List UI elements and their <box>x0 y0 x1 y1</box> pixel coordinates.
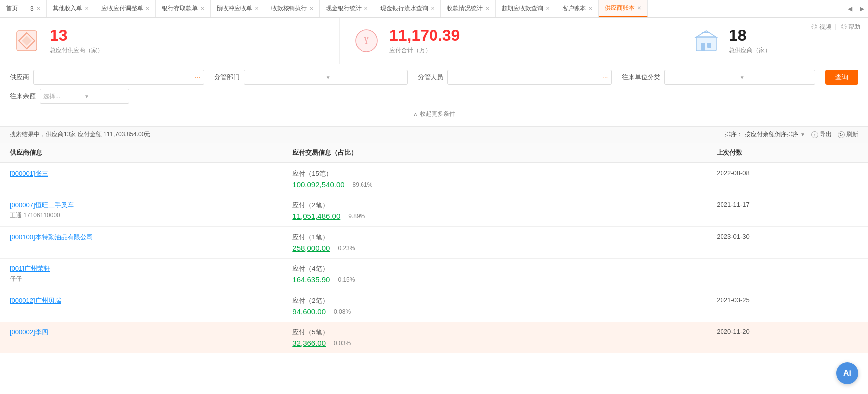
nav-right-arrow[interactable]: ▶ <box>856 0 868 18</box>
close-icon[interactable]: ✕ <box>485 6 489 11</box>
supplier-link-1[interactable]: [000001]张三 <box>10 169 292 178</box>
supplier-cell-1: [000001]张三 <box>10 169 292 178</box>
nav-tab-label: 3 <box>30 5 34 12</box>
sort-select[interactable]: 排序： 按应付余额倒序排序 ▼ <box>725 131 805 139</box>
supplier-link-3[interactable]: [000100]本特勤油品有限公司 <box>10 233 292 242</box>
transaction-amount-6[interactable]: 32,366.00 <box>292 339 326 347</box>
transaction-pct-2: 9.89% <box>348 213 365 220</box>
transaction-amount-3[interactable]: 258,000.00 <box>292 244 330 252</box>
nav-tab-receipt-stats[interactable]: 收款情况统计 ✕ <box>441 0 496 17</box>
person-dots-icon[interactable]: ··· <box>602 73 608 81</box>
transaction-pct-3: 0.23% <box>338 245 355 252</box>
category-label: 往来单位分类 <box>622 73 660 82</box>
filter-supplier: 供应商 ··· <box>10 70 204 85</box>
chevron-down-icon: ▼ <box>740 75 812 80</box>
nav-tab-3[interactable]: 3 ✕ <box>24 0 47 17</box>
close-icon[interactable]: ✕ <box>546 6 550 11</box>
supplier-link-6[interactable]: [000002]李四 <box>10 328 292 337</box>
stat-content-payable-total: 11,170.39 应付合计（万） <box>389 27 460 55</box>
nav-tab-bank-deposit[interactable]: 银行存取款单 ✕ <box>156 0 211 17</box>
refresh-button[interactable]: ↻ 刷新 <box>838 131 858 139</box>
supplier-input-wrap[interactable]: ··· <box>33 70 204 85</box>
person-input[interactable] <box>451 74 602 81</box>
nav-tab-receipts[interactable]: 收款核销执行 ✕ <box>265 0 320 17</box>
nav-tab-cashbank-flow[interactable]: 现金银行流水查询 ✕ <box>374 0 441 17</box>
refresh-label: 刷新 <box>846 131 858 139</box>
nav-tab-customer-account[interactable]: 客户账本 ✕ <box>556 0 599 17</box>
nav-tab-overdue[interactable]: 超期应收款查询 ✕ <box>496 0 556 17</box>
transaction-label-1: 应付（15笔） <box>292 169 717 178</box>
table-row: [000012]广州贝瑞 应付（2笔） 94,600.00 0.08% 2021… <box>0 290 868 322</box>
chevron-up-icon: ∧ <box>413 111 418 118</box>
filter-area: 供应商 ··· 分管部门 ▼ 分管人员 ··· 往来单位分类 <box>0 64 868 127</box>
nav-tab-prepay[interactable]: 预收冲应收单 ✕ <box>211 0 265 17</box>
last-pay-date-2: 2021-11-17 <box>717 201 750 208</box>
last-pay-date-6: 2020-11-20 <box>717 328 750 335</box>
lastpay-cell-3: 2023-01-30 <box>717 233 858 240</box>
transaction-amount-row-6: 32,366.00 0.03% <box>292 339 717 347</box>
nav-tab-label: 应收应付调整单 <box>101 4 143 13</box>
nav-tab-adjustment[interactable]: 应收应付调整单 ✕ <box>95 0 156 17</box>
nav-tab-cashbank-stats[interactable]: 现金银行统计 ✕ <box>320 0 374 17</box>
close-icon[interactable]: ✕ <box>588 6 592 11</box>
table-row: [001]广州荣轩 仔仔 应付（4笔） 164,635.90 0.15% <box>0 259 868 290</box>
supplier-input[interactable] <box>37 74 195 81</box>
supplier-label: 供应商 <box>10 73 29 82</box>
nav-left-arrow[interactable]: ◀ <box>844 0 856 18</box>
transaction-amount-2[interactable]: 11,051,486.00 <box>292 212 340 220</box>
nav-tab-label: 现金银行流水查询 <box>380 4 428 13</box>
lastpay-cell-2: 2021-11-17 <box>717 201 858 208</box>
nav-tab-supplier-account[interactable]: 供应商账本 ✕ <box>599 0 648 17</box>
payable-suppliers-label: 总应付供应商（家） <box>50 46 103 55</box>
nav-tab-label: 首页 <box>6 4 18 13</box>
close-icon[interactable]: ✕ <box>431 6 434 11</box>
close-icon[interactable]: ✕ <box>364 6 368 11</box>
nav-tab-other-income[interactable]: 其他收入单 ✕ <box>47 0 95 17</box>
search-button[interactable]: 查询 <box>825 70 858 85</box>
filter-person: 分管人员 ··· <box>418 70 612 85</box>
nav-tab-label: 收款情况统计 <box>447 4 483 13</box>
close-icon[interactable]: ✕ <box>637 5 641 11</box>
supplier-dots-icon[interactable]: ··· <box>195 73 201 81</box>
close-icon[interactable]: ✕ <box>255 6 259 11</box>
close-icon[interactable]: ✕ <box>200 6 204 11</box>
category-select[interactable]: ▼ <box>664 70 816 85</box>
close-icon[interactable]: ✕ <box>309 6 313 11</box>
payable-total-number: 11,170.39 <box>389 27 460 44</box>
dept-select[interactable]: ▼ <box>244 70 408 85</box>
transaction-amount-5[interactable]: 94,600.00 <box>292 307 326 316</box>
ai-assistant-button[interactable]: Ai <box>836 362 858 384</box>
ai-label: Ai <box>843 369 851 378</box>
transaction-label-4: 应付（4笔） <box>292 264 717 273</box>
supplier-sub-4: 仔仔 <box>10 275 292 283</box>
help-link[interactable]: ◎ 帮助 <box>841 23 860 31</box>
header-supplier: 供应商信息 <box>10 148 292 157</box>
nav-tab-label: 客户账本 <box>562 4 586 13</box>
export-button[interactable]: ↑ 导出 <box>811 131 832 139</box>
transaction-amount-row-5: 94,600.00 0.08% <box>292 307 717 316</box>
transaction-cell-5: 应付（2笔） 94,600.00 0.08% <box>292 296 717 316</box>
result-bar-right: 排序： 按应付余额倒序排序 ▼ ↑ 导出 ↻ 刷新 <box>725 131 858 139</box>
person-input-wrap[interactable]: ··· <box>447 70 612 85</box>
top-nav: 首页 3 ✕ 其他收入单 ✕ 应收应付调整单 ✕ 银行存取款单 ✕ 预收冲应收单… <box>0 0 868 18</box>
payable-total-label: 应付合计（万） <box>389 46 460 55</box>
supplier-link-2[interactable]: [000007]恒旺二手叉车 <box>10 201 292 210</box>
diamond-icon <box>12 26 42 56</box>
nav-tab-label: 其他收入单 <box>53 4 82 13</box>
nav-tab-label: 收款核销执行 <box>271 4 307 13</box>
close-icon[interactable]: ✕ <box>36 6 40 11</box>
close-icon[interactable]: ✕ <box>145 6 149 11</box>
supplier-link-4[interactable]: [001]广州荣轩 <box>10 264 292 273</box>
supplier-link-5[interactable]: [000012]广州贝瑞 <box>10 296 292 305</box>
transaction-amount-1[interactable]: 100,092,540.00 <box>292 180 344 189</box>
transaction-label-5: 应付（2笔） <box>292 296 717 305</box>
collapse-label: 收起更多条件 <box>420 110 455 118</box>
close-icon[interactable]: ✕ <box>85 6 89 11</box>
collapse-button[interactable]: ∧ 收起更多条件 <box>10 108 858 120</box>
last-pay-date-3: 2023-01-30 <box>717 233 750 240</box>
stat-content-payable: 13 总应付供应商（家） <box>50 27 103 55</box>
video-link[interactable]: ◎ 视频 <box>811 23 831 31</box>
balance-select[interactable]: 选择... ▼ <box>40 89 129 104</box>
transaction-amount-4[interactable]: 164,635.90 <box>292 275 330 284</box>
nav-tab-home[interactable]: 首页 <box>0 0 24 17</box>
